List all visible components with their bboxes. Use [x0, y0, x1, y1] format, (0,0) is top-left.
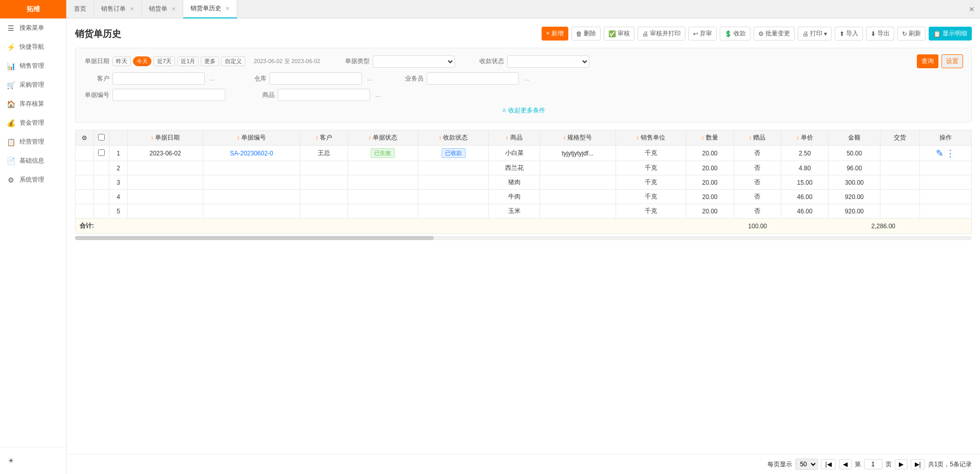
show-detail-button[interactable]: 📋 显示明细 — [929, 27, 972, 41]
batch-change-button[interactable]: ⚙ 批量变更 — [754, 27, 795, 41]
date-custom[interactable]: 自定义 — [221, 56, 245, 66]
th-doc-date[interactable]: ↕ 单据日期 — [128, 130, 203, 146]
tab-sales-delivery-close[interactable]: ✕ — [171, 6, 176, 12]
edit-action-btn[interactable]: ✎ — [936, 149, 944, 158]
tab-sales-history[interactable]: 销货单历史 ✕ — [183, 0, 237, 18]
review-button[interactable]: ✅ 审核 — [604, 27, 635, 41]
doc-no-link[interactable]: SA-20230602-0 — [230, 150, 273, 157]
row-check[interactable] — [94, 204, 109, 219]
sort-icon: ↕ — [563, 135, 566, 141]
sidebar-item-system-mgmt[interactable]: ⚙ 系统管理 — [0, 170, 66, 189]
sidebar-item-purchase-mgmt[interactable]: 🛒 采购管理 — [0, 75, 66, 94]
review-print-button[interactable]: 🖨 审核并打印 — [638, 27, 685, 41]
goods-ellipsis-btn[interactable]: ... — [373, 91, 382, 98]
collect-button[interactable]: 💲 收款 — [720, 27, 751, 41]
th-qty[interactable]: ↕ 数量 — [686, 130, 734, 146]
warehouse-input[interactable] — [270, 72, 362, 85]
date-7days[interactable]: 近7天 — [153, 56, 175, 66]
row-action[interactable] — [919, 175, 971, 190]
row-doc-no[interactable] — [203, 190, 300, 204]
sidebar-item-operation-mgmt[interactable]: 📋 经营管理 — [0, 132, 66, 151]
th-doc-no[interactable]: ↕ 单据编号 — [203, 130, 300, 146]
sidebar-item-basic-info[interactable]: 📄 基础信息 — [0, 151, 66, 170]
more-action-btn[interactable]: ⋮ — [946, 149, 955, 158]
import-button[interactable]: ⬆ 导入 — [835, 27, 863, 41]
tab-sales-order-close[interactable]: ✕ — [130, 6, 134, 12]
refresh-button[interactable]: ↻ 刷新 — [897, 27, 926, 41]
th-goods[interactable]: ↕ 商品 — [489, 130, 540, 146]
row-check[interactable] — [94, 161, 109, 175]
new-button[interactable]: + 新增 — [542, 27, 568, 41]
row-doc-no[interactable] — [203, 204, 300, 219]
sidebar-item-finance-mgmt[interactable]: 💰 资金管理 — [0, 113, 66, 132]
salesperson-ellipsis-btn[interactable]: ... — [522, 75, 531, 82]
page-next-btn[interactable]: ▶ — [895, 459, 908, 469]
sidebar-item-label: 销售管理 — [20, 62, 44, 70]
sort-icon: ↕ — [369, 135, 371, 141]
export-button[interactable]: ⬇ 导出 — [866, 27, 894, 41]
doc-no-input[interactable] — [112, 89, 225, 101]
th-customer[interactable]: ↕ 客户 — [300, 130, 348, 146]
salesperson-input[interactable] — [427, 72, 519, 85]
query-button[interactable]: 查询 — [917, 54, 938, 68]
quick-nav-icon: ⚡ — [6, 43, 15, 51]
filter-collapse-btn[interactable]: ∧ 收起更多条件 — [84, 105, 963, 116]
tab-sales-delivery[interactable]: 销货单 ✕ — [142, 0, 183, 18]
th-gear[interactable]: ⚙ — [75, 130, 94, 146]
th-doc-status[interactable]: ↕ 单据状态 — [348, 130, 418, 146]
abandon-button[interactable]: ↩ 弃审 — [688, 27, 717, 41]
row-action[interactable] — [919, 190, 971, 204]
date-yesterday[interactable]: 昨天 — [112, 56, 131, 66]
customer-ellipsis-btn[interactable]: ... — [208, 75, 217, 82]
th-price[interactable]: ↕ 单价 — [781, 130, 828, 146]
tabbar-close-btn[interactable]: ✕ — [964, 5, 980, 13]
row-check[interactable] — [94, 190, 109, 204]
warehouse-ellipsis-btn[interactable]: ... — [365, 75, 374, 82]
row-check[interactable] — [94, 175, 109, 190]
th-spec[interactable]: ↕ 规格型号 — [540, 130, 616, 146]
tab-sales-order[interactable]: 销售订单 ✕ — [94, 0, 142, 18]
sidebar-bottom-item1[interactable]: ☀ — [0, 451, 66, 470]
select-all-checkbox[interactable] — [98, 134, 105, 141]
row-doc-no[interactable] — [203, 175, 300, 190]
page-label: 第 — [855, 460, 861, 469]
date-more[interactable]: 更多 — [201, 56, 219, 66]
settings-button[interactable]: 设置 — [941, 54, 963, 68]
sidebar-item-sales-mgmt[interactable]: 📊 销售管理 — [0, 56, 66, 75]
date-label: 单据日期 — [84, 57, 109, 66]
th-trade: 交货 — [880, 130, 919, 146]
horizontal-scrollbar[interactable] — [75, 236, 972, 240]
row-action[interactable] — [919, 161, 971, 175]
row-doc-no[interactable]: SA-20230602-0 — [203, 146, 300, 161]
th-unit[interactable]: ↕ 销售单位 — [616, 130, 686, 146]
row-action[interactable]: ✎⋮ — [919, 146, 971, 161]
page-last-btn[interactable]: ▶| — [911, 459, 925, 469]
page-first-btn[interactable]: |◀ — [821, 459, 835, 469]
collect-status-label: 收款状态 — [478, 57, 504, 66]
tab-sales-history-close[interactable]: ✕ — [225, 6, 229, 11]
page-prev-btn[interactable]: ◀ — [839, 459, 852, 469]
row-spec — [540, 161, 616, 175]
date-1month[interactable]: 近1月 — [177, 56, 199, 66]
th-gift[interactable]: ↕ 赠品 — [734, 130, 781, 146]
per-page-select[interactable]: 50 — [795, 459, 818, 470]
th-check[interactable] — [94, 130, 109, 146]
row-action[interactable] — [919, 204, 971, 219]
sidebar-item-inventory-calc[interactable]: 🏠 库存核算 — [0, 94, 66, 113]
collect-status-select[interactable] — [507, 55, 589, 68]
sidebar-item-search-menu[interactable]: ☰ 搜索菜单 — [0, 18, 66, 37]
row-checkbox[interactable] — [98, 149, 105, 156]
print-button[interactable]: 🖨 打印 ▾ — [798, 27, 832, 41]
sidebar-item-quick-nav[interactable]: ⚡ 快捷导航 — [0, 37, 66, 56]
row-check[interactable] — [94, 146, 109, 161]
delete-button[interactable]: 🗑 删除 — [571, 27, 601, 41]
date-today[interactable]: 今天 — [133, 56, 151, 66]
sort-icon: ↕ — [749, 135, 752, 141]
row-doc-no[interactable] — [203, 161, 300, 175]
page-number-input[interactable] — [864, 459, 882, 469]
doc-type-select[interactable] — [373, 55, 455, 68]
customer-input[interactable] — [112, 72, 205, 85]
th-collect-status[interactable]: ↕ 收款状态 — [418, 130, 489, 146]
tab-home[interactable]: 首页 — [67, 0, 94, 18]
goods-input[interactable] — [278, 89, 370, 101]
